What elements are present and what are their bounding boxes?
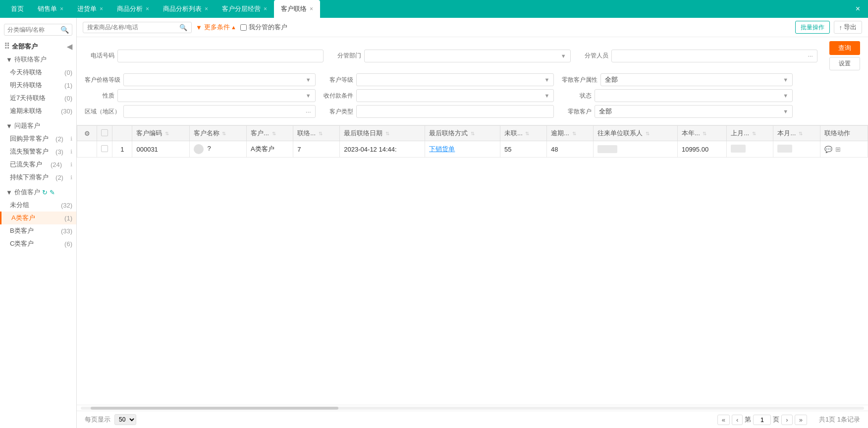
retail-customer-select[interactable]: 全部 ▼ bbox=[595, 105, 793, 118]
customer-type-input[interactable] bbox=[356, 105, 554, 118]
close-goods-list-tab[interactable]: × bbox=[205, 5, 208, 12]
company-contact-header[interactable]: 往来单位联系人 ⇅ bbox=[594, 126, 678, 141]
nav-goods-analysis[interactable]: 商品分析 × bbox=[110, 0, 156, 18]
retail-attr-select[interactable]: 全部 ▼ bbox=[600, 73, 793, 86]
last-month-header[interactable]: 上月... ⇅ bbox=[727, 126, 773, 141]
value-refresh-icon[interactable]: ↻ bbox=[42, 189, 48, 196]
info-icon-2: ℹ bbox=[70, 149, 72, 155]
nav-home[interactable]: 首页 bbox=[4, 0, 31, 18]
nav-sales[interactable]: 销售单 × bbox=[31, 0, 70, 18]
sidebar-search-input[interactable] bbox=[7, 26, 60, 33]
query-button[interactable]: 查询 bbox=[829, 41, 860, 55]
price-level-select[interactable]: ▼ bbox=[123, 73, 316, 86]
close-all-tabs[interactable]: × bbox=[852, 4, 864, 13]
action-qr-icon[interactable]: ⊞ bbox=[835, 146, 841, 153]
this-year-header[interactable]: 本年... ⇅ bbox=[677, 126, 726, 141]
all-customers-section[interactable]: ⠿ 全部客户 ◀ bbox=[0, 40, 76, 53]
customer-level-select[interactable]: ▼ bbox=[356, 73, 554, 86]
gear-header[interactable]: ⚙ bbox=[77, 126, 97, 141]
value-edit-icon[interactable]: ✎ bbox=[50, 189, 55, 196]
next-page-btn[interactable]: › bbox=[781, 415, 792, 425]
no-contact-header[interactable]: 未联... ⇅ bbox=[500, 126, 546, 141]
class-c-item[interactable]: C类客户 (6) bbox=[0, 237, 76, 250]
row-checkbox[interactable] bbox=[101, 145, 108, 152]
nav-purchase[interactable]: 进货单 × bbox=[70, 0, 110, 18]
page-size-select[interactable]: 50 bbox=[114, 414, 136, 425]
close-customer-tier-tab[interactable]: × bbox=[264, 5, 267, 12]
last-method-link[interactable]: 下销货单 bbox=[429, 145, 455, 153]
region-label: 区域（地区） bbox=[85, 107, 120, 116]
sidebar-search-box[interactable]: 🔍 bbox=[4, 24, 72, 36]
check-all-checkbox[interactable] bbox=[101, 129, 108, 136]
check-all-header[interactable] bbox=[97, 126, 112, 141]
settings-button[interactable]: 设置 bbox=[829, 57, 860, 70]
collapse-sidebar-btn[interactable]: ◀ bbox=[67, 43, 72, 51]
close-sales-tab[interactable]: × bbox=[60, 5, 63, 12]
price-level-filter: 客户价格等级 ▼ bbox=[85, 73, 316, 86]
close-purchase-tab[interactable]: × bbox=[100, 5, 103, 12]
problem-customers-title[interactable]: ▼ 问题客户 bbox=[0, 119, 76, 132]
horizontal-scrollbar[interactable] bbox=[77, 405, 868, 411]
nav-goods-list[interactable]: 商品分析列表 × bbox=[156, 0, 215, 18]
info-icon-1: ℹ bbox=[70, 136, 72, 142]
nav-customer-contact[interactable]: 客户联络 × bbox=[274, 0, 320, 18]
today-contact-item[interactable]: 今天待联络 (0) bbox=[0, 66, 76, 79]
export-button[interactable]: ↑ 导出 bbox=[834, 21, 863, 34]
info-icon-4: ℹ bbox=[70, 174, 72, 181]
week-contact-item[interactable]: 近7天待联络 (0) bbox=[0, 92, 76, 105]
phone-input[interactable] bbox=[117, 50, 324, 62]
close-customer-contact-tab[interactable]: × bbox=[310, 5, 313, 12]
code-header[interactable]: 客户编码 ⇅ bbox=[132, 126, 189, 141]
filter-search-icon[interactable]: 🔍 bbox=[179, 24, 187, 31]
last-method-header[interactable]: 最后联络方式 ⇅ bbox=[425, 126, 500, 141]
region-input[interactable]: ··· bbox=[123, 105, 316, 118]
nav-customer-tier[interactable]: 客户分层经营 × bbox=[215, 0, 274, 18]
type-header[interactable]: 客户... ⇅ bbox=[247, 126, 293, 141]
dept-select[interactable]: ▼ bbox=[364, 50, 570, 62]
name-header[interactable]: 客户名称 ⇅ bbox=[189, 126, 246, 141]
batch-ops-button[interactable]: 批量操作 bbox=[795, 21, 830, 34]
churn-warning-item[interactable]: 流失预警客户 (3) ℹ bbox=[0, 145, 76, 158]
this-month-header[interactable]: 本月... ⇅ bbox=[773, 126, 820, 141]
this-month-sort-icon: ⇅ bbox=[799, 131, 803, 136]
prev-page-btn[interactable]: ‹ bbox=[732, 415, 743, 425]
my-customers-checkbox[interactable] bbox=[240, 24, 247, 31]
page-input[interactable] bbox=[753, 415, 771, 425]
region-filter: 区域（地区） ··· bbox=[85, 105, 316, 118]
class-a-item[interactable]: A类客户 (1) bbox=[0, 212, 76, 224]
overdue-header[interactable]: 逾期... ⇅ bbox=[547, 126, 594, 141]
close-goods-analysis-tab[interactable]: × bbox=[146, 5, 149, 12]
first-page-btn[interactable]: « bbox=[717, 415, 730, 425]
nature-select[interactable]: ▼ bbox=[117, 89, 316, 102]
action-chat-icon[interactable]: 💬 bbox=[824, 146, 832, 153]
filter-search-input[interactable] bbox=[87, 24, 179, 31]
overdue-sort-icon: ⇅ bbox=[572, 131, 576, 136]
class-b-item[interactable]: B类客户 (33) bbox=[0, 224, 76, 237]
sidebar-search-icon[interactable]: 🔍 bbox=[60, 26, 69, 34]
ungrouped-item[interactable]: 未分组 (32) bbox=[0, 199, 76, 212]
row-check[interactable] bbox=[97, 141, 112, 158]
region-dots-icon[interactable]: ··· bbox=[306, 108, 311, 115]
abnormal-repurchase-item[interactable]: 回购异常客户 (2) ℹ bbox=[0, 132, 76, 145]
status-select[interactable]: ▼ bbox=[595, 89, 793, 102]
tomorrow-contact-item[interactable]: 明天待联络 (1) bbox=[0, 79, 76, 92]
manager-filter: 分管人员 ··· bbox=[579, 50, 817, 62]
my-customers-check[interactable]: 我分管的客户 bbox=[240, 23, 287, 32]
manager-dots-icon[interactable]: ··· bbox=[808, 52, 813, 59]
value-customers-title[interactable]: ▼ 价值客户 ↻ ✎ bbox=[0, 186, 76, 199]
info-icon-3: ℹ bbox=[70, 161, 72, 168]
manager-input[interactable]: ··· bbox=[611, 50, 817, 62]
payment-select[interactable]: ▼ bbox=[356, 89, 554, 102]
churned-item[interactable]: 已流失客户 (24) ℹ bbox=[0, 158, 76, 171]
declining-item[interactable]: 持续下滑客户 (2) ℹ bbox=[0, 171, 76, 184]
name-sort-icon: ⇅ bbox=[222, 131, 226, 136]
last-page-btn[interactable]: » bbox=[795, 415, 807, 425]
dept-filter: 分管部门 ▼ bbox=[331, 50, 570, 62]
overdue-contact-item[interactable]: 逾期未联络 (30) bbox=[0, 105, 76, 117]
pending-contact-title[interactable]: ▼ 待联络客户 bbox=[0, 53, 76, 66]
more-filters-btn[interactable]: ▼ 更多条件 ▲ bbox=[196, 23, 236, 32]
last-date-header[interactable]: 最后联络日期 ⇅ bbox=[340, 126, 425, 141]
contacts-header[interactable]: 联络... ⇅ bbox=[293, 126, 340, 141]
filter-search-box[interactable]: 🔍 bbox=[83, 22, 192, 33]
scrollbar-thumb[interactable] bbox=[91, 407, 338, 410]
